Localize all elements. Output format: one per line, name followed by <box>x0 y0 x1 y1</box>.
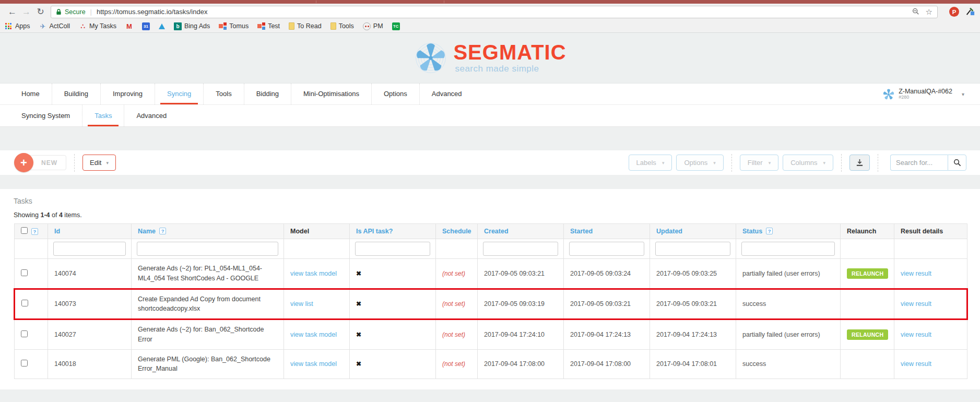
nav-tab-syncing[interactable]: Syncing <box>155 84 203 104</box>
column-header-schedule: Schedule <box>436 224 478 239</box>
calendar-icon: 31 <box>142 22 150 30</box>
user-menu[interactable]: Z-ManualQA-#062 #280 ▾ <box>883 84 964 105</box>
filter-cell-created <box>478 239 564 259</box>
bookmark-calendar-icon[interactable]: 31 <box>142 22 150 30</box>
chevron-down-icon: ▾ <box>106 160 109 165</box>
zoom-out-icon[interactable] <box>912 8 919 16</box>
row-checkbox[interactable] <box>21 330 28 337</box>
row-checkbox[interactable] <box>21 269 28 276</box>
filter-input-created[interactable] <box>483 242 558 256</box>
address-bar[interactable]: Secure | https://tomus.segmatic.io/tasks… <box>51 6 938 18</box>
result-link[interactable]: view result <box>901 360 931 368</box>
help-icon[interactable]: ? <box>159 228 166 234</box>
filter-cell-name <box>132 239 284 259</box>
bookmark-gmail-icon[interactable]: M <box>125 22 133 30</box>
edit-dropdown-button[interactable]: Edit ▾ <box>82 155 116 171</box>
forward-button[interactable]: → <box>19 7 33 17</box>
filter-input-status[interactable] <box>741 242 835 256</box>
bookmark-teamcity-icon[interactable]: TC <box>392 22 400 30</box>
nav-tab-mini-optimisations[interactable]: Mini-Optimisations <box>291 84 371 104</box>
help-icon[interactable]: ? <box>766 228 773 234</box>
bookmark-apps[interactable]: Apps <box>15 22 30 30</box>
model-link[interactable]: view list <box>290 300 313 308</box>
column-header-status: Status? <box>736 224 841 239</box>
user-id: #280 <box>899 95 952 100</box>
row-checkbox[interactable] <box>21 300 28 306</box>
cell-model: view task model <box>284 349 350 379</box>
bookmark-bing-ads[interactable]: bBing Ads <box>174 22 210 30</box>
tab-separator <box>316 1 316 3</box>
nav-tab-bidding[interactable]: Bidding <box>244 84 291 104</box>
column-label-schedule[interactable]: Schedule <box>442 228 471 235</box>
new-button[interactable]: NEW + <box>17 155 66 170</box>
cell-id: 140027 <box>48 320 132 350</box>
nav-tab-advanced[interactable]: Advanced <box>419 84 474 104</box>
model-link[interactable]: view task model <box>290 360 337 368</box>
column-label-updated[interactable]: Updated <box>656 228 682 235</box>
filter-input-is_api[interactable] <box>355 242 430 256</box>
nav-tab-building[interactable]: Building <box>52 84 100 104</box>
reload-button[interactable]: ↻ <box>33 6 48 17</box>
nav-tab-options[interactable]: Options <box>371 84 419 104</box>
subnav-tab-advanced[interactable]: Advanced <box>124 105 179 126</box>
cross-icon: ✖ <box>356 360 361 368</box>
cell-result: view result <box>894 349 967 379</box>
columns-dropdown-button[interactable]: Columns ▾ <box>783 155 833 171</box>
panel-title: Tasks <box>14 197 966 205</box>
relaunch-button[interactable]: RELAUNCH <box>847 268 888 279</box>
download-icon <box>856 159 864 167</box>
cell-relaunch: RELAUNCH <box>841 259 894 289</box>
model-link[interactable]: view task model <box>290 270 337 277</box>
search-input[interactable] <box>890 155 948 171</box>
bookmark-label: My Tasks <box>89 22 116 30</box>
labels-dropdown-button[interactable]: Labels ▾ <box>629 155 672 171</box>
bookmark-to-read[interactable]: To Read <box>289 22 322 30</box>
result-link[interactable]: view result <box>901 270 931 277</box>
filter-cell-schedule <box>436 239 478 259</box>
segmatic-logo[interactable]: SEGMATIC search made simple <box>414 41 566 75</box>
subnav-tab-syncing-system[interactable]: Syncing System <box>9 105 82 126</box>
column-label-is_api[interactable]: Is API task? <box>356 228 393 235</box>
help-icon[interactable]: ? <box>31 228 38 235</box>
result-link[interactable]: view result <box>901 300 931 308</box>
column-label-status[interactable]: Status <box>742 228 762 235</box>
back-button[interactable]: ← <box>5 7 19 17</box>
filter-input-started[interactable] <box>569 242 644 256</box>
cell-updated: 2017-09-05 09:03:25 <box>650 259 736 289</box>
bookmark-test[interactable]: Test <box>257 22 280 30</box>
filter-dropdown-button[interactable]: Filter ▾ <box>740 155 778 171</box>
filter-input-id[interactable] <box>53 242 126 256</box>
options-dropdown-button[interactable]: Options ▾ <box>676 155 723 171</box>
column-label-id[interactable]: Id <box>54 228 60 235</box>
apps-grid-icon[interactable] <box>5 23 11 29</box>
p-extension-icon[interactable]: P <box>949 7 959 17</box>
relaunch-button[interactable]: RELAUNCH <box>847 329 888 340</box>
bookmark-triangle-icon[interactable] <box>159 22 165 30</box>
select-all-checkbox[interactable] <box>21 227 28 234</box>
bookmark-tools[interactable]: Tools <box>330 22 354 30</box>
colorzilla-icon[interactable] <box>965 6 975 18</box>
column-label-name[interactable]: Name <box>138 228 156 235</box>
nav-tab-tools[interactable]: Tools <box>203 84 243 104</box>
bookmarks-bar: Apps ✈ActColl∴My TasksM31bBing AdsTomusT… <box>0 20 980 33</box>
filter-input-name[interactable] <box>137 242 278 256</box>
column-label-relaunch: Relaunch <box>847 228 876 235</box>
filter-input-updated[interactable] <box>655 242 730 256</box>
nav-tab-home[interactable]: Home <box>9 84 52 104</box>
result-link[interactable]: view result <box>901 331 931 338</box>
bookmark-pm[interactable]: PM <box>363 22 383 30</box>
nav-tab-improving[interactable]: Improving <box>100 84 155 104</box>
column-label-created[interactable]: Created <box>484 228 509 235</box>
search-button[interactable] <box>948 155 966 171</box>
model-link[interactable]: view task model <box>290 331 337 338</box>
url-text[interactable]: https://tomus.segmatic.io/tasks/index <box>97 8 906 16</box>
bookmark-tomus[interactable]: Tomus <box>219 22 249 30</box>
bookmark-actcoll[interactable]: ✈ActColl <box>39 22 70 30</box>
bookmark-star-icon[interactable]: ☆ <box>926 8 932 16</box>
download-button[interactable] <box>849 155 870 171</box>
column-label-started[interactable]: Started <box>570 228 593 235</box>
subnav-tab-tasks[interactable]: Tasks <box>82 105 124 126</box>
row-checkbox[interactable] <box>21 360 28 366</box>
bookmark-my-tasks[interactable]: ∴My Tasks <box>79 22 116 30</box>
cell-updated: 2017-09-04 17:24:13 <box>650 320 736 350</box>
